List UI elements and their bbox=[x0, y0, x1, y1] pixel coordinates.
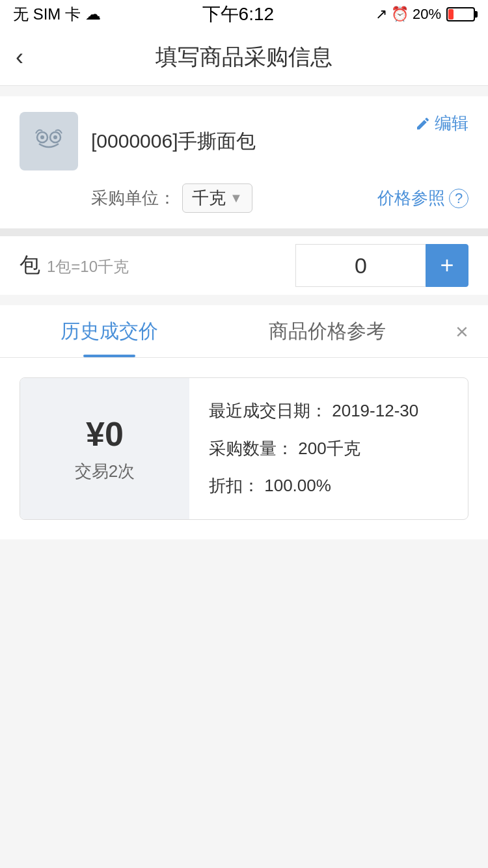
discount-value: 100.00% bbox=[264, 476, 331, 495]
purchase-qty-label: 采购数量： bbox=[209, 439, 293, 458]
price-card-left: ¥0 交易2次 bbox=[20, 378, 189, 519]
tabs-section: 历史成交价 商品价格参考 × ¥0 交易2次 最近成交日期： 2019-12-3… bbox=[0, 305, 488, 539]
dropdown-arrow-icon: ▼ bbox=[230, 191, 243, 206]
status-left: 无 SIM 卡 ☁ bbox=[13, 4, 101, 25]
status-right: ↗ ⏰ 20% bbox=[375, 6, 475, 23]
bottom-content bbox=[0, 539, 488, 868]
tab-history-price-label: 历史成交价 bbox=[61, 318, 158, 345]
recent-date-label: 最近成交日期： bbox=[209, 401, 327, 420]
price-value: 0 bbox=[105, 415, 124, 453]
battery-fill bbox=[448, 9, 454, 20]
purchase-qty-row: 采购数量： 200千克 bbox=[209, 435, 448, 463]
divider bbox=[0, 228, 488, 236]
close-tabs-button[interactable]: × bbox=[436, 305, 488, 357]
edit-label: 编辑 bbox=[435, 112, 468, 135]
tabs-header: 历史成交价 商品价格参考 × bbox=[0, 305, 488, 358]
price-ref-button[interactable]: 价格参照 ? bbox=[377, 187, 468, 210]
unit-value: 千克 bbox=[192, 187, 226, 210]
alarm-icon: ⏰ bbox=[391, 6, 409, 23]
quantity-unit-name: 包 bbox=[20, 251, 40, 280]
battery-percent: 20% bbox=[413, 6, 441, 23]
price-currency: ¥ bbox=[86, 415, 105, 453]
product-image bbox=[20, 112, 78, 170]
unit-label: 采购单位： bbox=[91, 187, 176, 210]
price-card: ¥0 交易2次 最近成交日期： 2019-12-30 采购数量： 200千克 折… bbox=[20, 377, 468, 520]
svg-point-2 bbox=[40, 135, 44, 139]
price-main: ¥0 bbox=[86, 414, 124, 454]
quantity-label-wrap: 包 1包=10千克 bbox=[20, 251, 295, 280]
discount-label: 折扣： bbox=[209, 476, 260, 495]
product-unit-row: 采购单位： 千克 ▼ 价格参照 ? bbox=[20, 183, 468, 213]
tab-product-price-ref[interactable]: 商品价格参考 bbox=[218, 305, 436, 357]
battery-icon bbox=[446, 7, 475, 21]
recent-date-row: 最近成交日期： 2019-12-30 bbox=[209, 398, 448, 425]
page-title: 填写商品采购信息 bbox=[156, 42, 332, 72]
back-button[interactable]: ‹ bbox=[16, 44, 23, 71]
product-section: [0000006]手撕面包 编辑 采购单位： 千克 ▼ 价格参照 ? bbox=[0, 96, 488, 228]
nav-bar: ‹ 填写商品采购信息 bbox=[0, 29, 488, 86]
recent-date-value: 2019-12-30 bbox=[332, 401, 418, 420]
product-header: [0000006]手撕面包 编辑 bbox=[20, 112, 468, 170]
edit-button[interactable]: 编辑 bbox=[415, 112, 468, 135]
purchase-qty-value: 200千克 bbox=[298, 439, 360, 458]
quantity-section: 包 1包=10千克 + bbox=[0, 236, 488, 295]
tab-product-price-ref-label: 商品价格参考 bbox=[269, 318, 386, 345]
discount-row: 折扣： 100.00% bbox=[209, 472, 448, 500]
trade-count: 交易2次 bbox=[75, 460, 135, 483]
price-card-right: 最近成交日期： 2019-12-30 采购数量： 200千克 折扣： 100.0… bbox=[189, 378, 468, 519]
product-left: [0000006]手撕面包 bbox=[20, 112, 256, 170]
help-icon: ? bbox=[449, 189, 468, 208]
svg-point-3 bbox=[53, 135, 57, 139]
unit-select[interactable]: 千克 ▼ bbox=[182, 183, 252, 213]
product-name: [0000006]手撕面包 bbox=[91, 128, 256, 155]
quantity-controls: + bbox=[295, 244, 468, 287]
quantity-input[interactable] bbox=[295, 244, 426, 287]
plus-button[interactable]: + bbox=[426, 244, 468, 287]
tab-content: ¥0 交易2次 最近成交日期： 2019-12-30 采购数量： 200千克 折… bbox=[0, 358, 488, 539]
sim-label: 无 SIM 卡 ☁ bbox=[13, 4, 101, 25]
location-icon: ↗ bbox=[375, 6, 387, 23]
status-time: 下午6:12 bbox=[202, 2, 275, 27]
price-ref-label: 价格参照 bbox=[377, 187, 445, 210]
quantity-conversion: 1包=10千克 bbox=[47, 256, 129, 277]
status-bar: 无 SIM 卡 ☁ 下午6:12 ↗ ⏰ 20% bbox=[0, 0, 488, 29]
tab-history-price[interactable]: 历史成交价 bbox=[0, 305, 218, 357]
